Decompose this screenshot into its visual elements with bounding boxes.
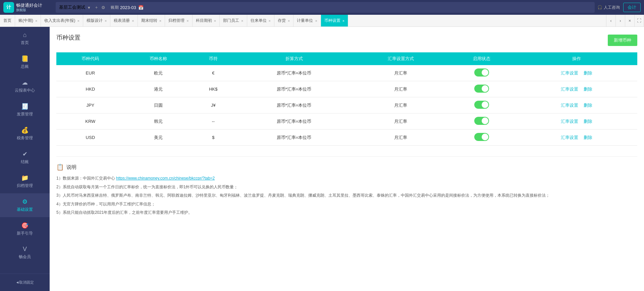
cell-symbol: €	[192, 65, 234, 81]
sidebar-pin-button[interactable]: ◄取消固定	[0, 277, 50, 288]
delete-link[interactable]: 删除	[584, 119, 592, 124]
col-calc: 折算方式	[234, 52, 354, 65]
rate-setting-link[interactable]: 汇率设置	[561, 119, 578, 124]
title-row: 币种设置 新增币种	[56, 34, 637, 47]
tab-prev-button[interactable]: ‹	[606, 15, 616, 27]
tab-unit[interactable]: 计量单位 ×	[293, 15, 321, 27]
sidebar-item-label: 新手引导	[17, 231, 33, 236]
rate-setting-link[interactable]: 汇率设置	[561, 70, 578, 76]
archive-icon: 📁	[21, 174, 29, 182]
cell-code: KRW	[56, 113, 124, 130]
tab-expand-button[interactable]: ⛶	[635, 15, 644, 27]
content-inner: 币种设置 新增币种 币种代码 币种名称 币符 折算方式 汇率设置方式 启用状态 …	[50, 27, 644, 225]
tab-close-icon[interactable]: ×	[241, 19, 243, 23]
workspace-dropdown-icon[interactable]: ▾	[88, 5, 90, 10]
ledger-icon: 📒	[21, 55, 29, 62]
cell-name: 欧元	[124, 65, 193, 81]
tab-close-icon[interactable]: ×	[214, 19, 216, 23]
workspace-add-icon[interactable]: ＋	[94, 4, 99, 10]
col-code: 币种代码	[56, 52, 124, 65]
delete-link[interactable]: 删除	[584, 103, 592, 108]
currency-table: 币种代码 币种名称 币符 折算方式 汇率设置方式 启用状态 操作 EUR 欧元 …	[56, 52, 637, 146]
tab-close-icon[interactable]: ×	[315, 19, 317, 23]
headset-icon: 🎧	[597, 5, 602, 10]
member-icon: V	[23, 246, 27, 253]
tab-subject-initial[interactable]: 科目期初 ×	[193, 15, 220, 27]
notice-list: 1）数据来源：中国外汇交易中心 https://www.chinamoney.c…	[56, 175, 637, 216]
sidebar-item-settings[interactable]: ⚙ 基础设置	[0, 193, 50, 217]
tab-close-icon[interactable]: ×	[77, 19, 79, 23]
tab-income-annual[interactable]: 收入支出表(年报) ×	[41, 15, 83, 27]
sidebar-item-ledger[interactable]: 📒 总账	[0, 50, 50, 74]
notice-list-item: 1）数据来源：中国外汇交易中心 https://www.chinamoney.c…	[56, 175, 637, 182]
tab-inventory[interactable]: 存货 ×	[274, 15, 293, 27]
sidebar-item-archive[interactable]: 📁 归档管理	[0, 169, 50, 193]
sidebar-item-label: 畅会员	[19, 254, 31, 260]
status-toggle[interactable]	[474, 68, 489, 77]
status-toggle[interactable]	[474, 133, 489, 141]
new-currency-button[interactable]: 新增币种	[608, 35, 637, 46]
period-value: 2023-03	[120, 5, 136, 10]
cell-name: 港元	[124, 81, 193, 97]
notice-link[interactable]: https://www.chinamoney.com.cn/chinese/bk…	[116, 176, 215, 181]
tab-close-icon[interactable]: ×	[342, 19, 344, 23]
tab-next-button[interactable]: ›	[616, 15, 625, 27]
rate-setting-link[interactable]: 汇率设置	[561, 135, 578, 140]
account-button[interactable]: 会计	[623, 3, 641, 12]
cell-calc: 原币*汇率=本位币	[234, 97, 354, 113]
sidebar-item-invoice[interactable]: 🧾 发票管理	[0, 98, 50, 122]
workspace-gear-icon[interactable]: ⚙	[101, 5, 105, 10]
sidebar-item-settle[interactable]: ✔ 结账	[0, 146, 50, 169]
tab-close-icon[interactable]: ×	[269, 19, 271, 23]
top-right-area: 🎧 人工咨询 会计	[597, 3, 641, 12]
main-layout: ⌂ 首页 📒 总账 ☁ 云报表中心 🧾 发票管理 💰 税务管理 ✔ 结账 📁 归…	[0, 27, 644, 291]
tab-close-icon[interactable]: ×	[186, 19, 189, 23]
tab-close-icon[interactable]: ×	[35, 19, 37, 23]
tab-ledger-mid[interactable]: 账(中期) ×	[15, 15, 41, 27]
delete-link[interactable]: 删除	[584, 87, 592, 92]
cell-calc: 原币*汇率=本位币	[234, 130, 354, 146]
sidebar-item-reports[interactable]: ☁ 云报表中心	[0, 74, 50, 98]
cell-name: 日圆	[124, 97, 193, 113]
cell-status	[448, 81, 516, 97]
top-bar: 计 畅捷通好会计 旗舰版 基层工会测试 ▾ ＋ ⚙ 账期 2023-03 📅 🎧…	[0, 0, 644, 15]
workspace-selector[interactable]: 基层工会测试 ▾ ＋ ⚙ 账期 2023-03 📅	[56, 2, 595, 13]
tab-archive[interactable]: 归档管理 ×	[165, 15, 192, 27]
tab-period-close[interactable]: 期末结转 ×	[138, 15, 165, 27]
invoice-icon: 🧾	[21, 103, 29, 110]
cell-calc: 原币*汇率=本位币	[234, 65, 354, 81]
period-calendar-icon[interactable]: 📅	[138, 5, 144, 10]
status-toggle[interactable]	[474, 85, 489, 93]
sidebar-item-label: 发票管理	[17, 111, 33, 117]
sidebar-item-tax[interactable]: 💰 税务管理	[0, 122, 50, 146]
toggle-thumb	[482, 117, 488, 124]
tab-home[interactable]: 首页	[0, 15, 15, 27]
rate-setting-link[interactable]: 汇率设置	[561, 87, 578, 92]
tab-close-icon[interactable]: ×	[159, 19, 161, 23]
status-toggle[interactable]	[474, 117, 489, 125]
sidebar-item-guide[interactable]: 🎯 新手引导	[0, 217, 50, 241]
tab-close-icon[interactable]: ×	[105, 19, 107, 23]
tab-close-icon[interactable]: ×	[288, 19, 290, 23]
col-actions: 操作	[516, 52, 637, 65]
tab-dept-staff[interactable]: 部门员工 ×	[220, 15, 247, 27]
delete-link[interactable]: 删除	[584, 70, 592, 76]
tab-tax-list[interactable]: 税表清册 ×	[110, 15, 138, 27]
tab-close-button[interactable]: ×	[625, 15, 635, 27]
period-label: 账期	[111, 5, 119, 10]
toggle-thumb	[482, 85, 488, 92]
sidebar-item-label: 首页	[21, 40, 29, 46]
delete-link[interactable]: 删除	[584, 135, 592, 140]
sidebar-item-label: 归档管理	[17, 183, 33, 189]
status-toggle[interactable]	[474, 101, 489, 109]
tab-currency[interactable]: 币种设置 ×	[321, 15, 348, 27]
tab-template[interactable]: 模版设计 ×	[83, 15, 110, 27]
rate-setting-link[interactable]: 汇率设置	[561, 103, 578, 108]
help-button[interactable]: 🎧 人工咨询	[597, 5, 620, 10]
sidebar-item-member[interactable]: V 畅会员	[0, 241, 50, 264]
sidebar-item-home[interactable]: ⌂ 首页	[0, 27, 50, 50]
tab-counterpart[interactable]: 往来单位 ×	[247, 15, 274, 27]
sidebar-item-label: 云报表中心	[15, 88, 35, 93]
tab-bar: 首页 账(中期) × 收入支出表(年报) × 模版设计 × 税表清册 × 期末结…	[0, 15, 644, 27]
tab-close-icon[interactable]: ×	[132, 19, 134, 23]
